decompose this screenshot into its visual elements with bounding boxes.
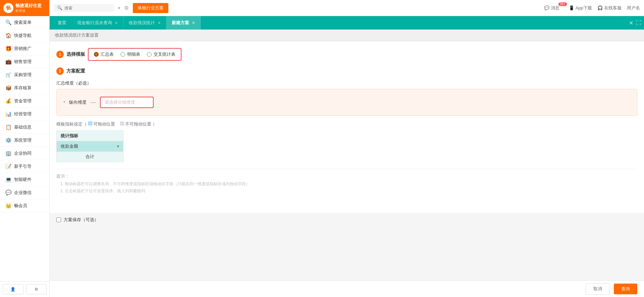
step2-header: 2 方案配置	[56, 67, 637, 75]
sidebar-item-guide[interactable]: 📝 新手引导	[0, 160, 49, 173]
step1-badge: 1	[56, 51, 64, 58]
app-icon: 📱	[569, 5, 574, 10]
sidebar-item-hardware[interactable]: 💻 智能硬件	[0, 173, 49, 186]
industry-btn[interactable]: 体验行业方案	[133, 3, 168, 13]
sidebar-item-quick-nav[interactable]: 🏠 快捷导航	[0, 29, 49, 42]
message-btn[interactable]: 💬 消息 99+	[544, 5, 564, 11]
radio-detail-input[interactable]	[120, 52, 125, 57]
tab-label: 新建方案	[172, 20, 189, 26]
support-icon: 🎧	[597, 5, 603, 10]
arrow-icon: —	[91, 99, 96, 105]
gear-icon[interactable]: ⚙	[124, 5, 129, 11]
tips-title: 提示：	[56, 173, 637, 179]
sidebar-item-member[interactable]: 👑 畅会员	[0, 199, 49, 212]
tab-receipt-stat[interactable]: 收款情况统计 ✕	[123, 16, 166, 30]
sidebar-item-sales[interactable]: 💼 销售管理	[0, 55, 49, 68]
indicator-table-total-row: 合计	[57, 152, 123, 162]
page-body: 1 选择模板 汇总表 明细表 交叉统计表	[50, 41, 644, 213]
tab-label: 收款情况统计	[129, 20, 155, 26]
wechat-icon: 💬	[5, 190, 11, 196]
cart-icon: 🛒	[5, 72, 11, 78]
query-button[interactable]: 查询	[614, 284, 637, 294]
tab-label: 现金银行流水查询	[77, 20, 112, 26]
radio-cross-label: 交叉统计表	[154, 51, 175, 57]
logo-text-wrap: 畅捷通好生意 标准版	[15, 3, 42, 13]
search-input[interactable]	[64, 6, 108, 10]
online-support-label: 在线客服	[604, 5, 622, 11]
search-box[interactable]: 🔍	[54, 4, 114, 12]
sidebar-item-label: 资金管理	[14, 98, 32, 104]
radio-summary[interactable]: 汇总表	[94, 51, 114, 57]
radio-summary-label: 汇总表	[101, 51, 114, 57]
gift-icon: 🎁	[5, 46, 11, 52]
close-icon[interactable]: ✕	[115, 21, 118, 25]
box-icon: 📦	[5, 85, 11, 91]
page-header-title: 收款情况统计方案设置	[55, 33, 99, 38]
sidebar-item-finance[interactable]: 💰 资金管理	[0, 95, 49, 108]
tab-cash-flow[interactable]: 现金银行流水查询 ✕	[72, 16, 123, 30]
building-icon: 🏢	[5, 150, 11, 156]
step2-title: 方案配置	[66, 68, 85, 74]
tab-window-actions: ✕ ⛶	[629, 20, 641, 26]
step2-badge: 2	[56, 67, 64, 75]
online-support-btn[interactable]: 🎧 在线客服	[597, 5, 622, 11]
hardware-icon: 💻	[5, 177, 11, 183]
sidebar-item-base-info[interactable]: 📋 基础信息	[0, 121, 49, 134]
search-icon: 🔍	[5, 19, 11, 26]
topbar-right: 💬 消息 99+ 📱 App下载 🎧 在线客服 用户名	[544, 5, 640, 11]
sidebar-item-label: 采购管理	[14, 72, 32, 78]
sidebar-item-purchase[interactable]: 🛒 采购管理	[0, 68, 49, 82]
save-label: 方案保存（可选）	[64, 217, 99, 223]
topbar: 🔍 ▾ ⚙ 体验行业方案 💬 消息 99+ 📱 App下载 🎧 在线客服 用户名	[50, 0, 644, 16]
sidebar-item-enterprise[interactable]: 🏢 企业协同	[0, 147, 49, 160]
main-area: 🔍 ▾ ⚙ 体验行业方案 💬 消息 99+ 📱 App下载 🎧 在线客服 用户名…	[50, 0, 644, 297]
sidebar-user-btn[interactable]: 👤	[3, 284, 23, 294]
chevron-down-icon[interactable]: ▾	[118, 6, 120, 10]
sidebar-item-wechat[interactable]: 💬 企业微信	[0, 186, 49, 199]
tab-new-plan[interactable]: 新建方案 ✕	[166, 16, 201, 30]
app-download-btn[interactable]: 📱 App下载	[569, 5, 592, 11]
indicator-cell-amount[interactable]: 收款金额 ▾	[57, 141, 123, 152]
dim-select[interactable]: 请选择分组维度	[100, 97, 154, 108]
radio-summary-input[interactable]	[94, 52, 99, 57]
app-download-label: App下载	[576, 5, 592, 11]
sidebar-item-label: 企业微信	[14, 190, 32, 196]
sidebar-item-search[interactable]: 🔍 搜索菜单	[0, 16, 49, 29]
sidebar-settings-btn[interactable]: ⚙	[26, 284, 47, 294]
close-icon[interactable]: ✕	[192, 21, 195, 25]
draggable-legend-label: 可拖动位置	[93, 121, 115, 127]
radio-detail[interactable]: 明细表	[120, 51, 140, 57]
indicator-table: 统计指标 收款金额 ▾ 合计	[56, 131, 123, 162]
content-area: 收款情况统计方案设置 1 选择模板 汇总表 明细表	[50, 30, 644, 297]
sidebar-item-label: 快捷导航	[14, 33, 32, 39]
radio-cross[interactable]: 交叉统计表	[147, 51, 175, 57]
maximize-icon[interactable]: ⛶	[636, 20, 641, 26]
dim-label: 汇总维度（必选）	[56, 80, 637, 86]
sidebar-item-label: 经营管理	[14, 111, 32, 117]
indicator-total-label: 合计	[61, 154, 119, 160]
sidebar: 畅 畅捷通好生意 标准版 🔍 搜索菜单 🏠 快捷导航 🎁 营销推广 💼 销售管理…	[0, 0, 50, 297]
close-icon[interactable]: ✕	[158, 21, 161, 25]
search-icon: 🔍	[57, 5, 62, 10]
page-header: 收款情况统计方案设置	[50, 30, 644, 41]
sidebar-item-label: 营销推广	[14, 46, 32, 52]
briefcase-icon: 💼	[5, 59, 11, 65]
sidebar-item-label: 企业协同	[14, 150, 32, 156]
guide-icon: 📝	[5, 163, 11, 169]
sidebar-item-label: 智能硬件	[14, 177, 32, 183]
vertical-dim-label: 纵向维度	[69, 99, 87, 105]
user-info[interactable]: 用户名	[627, 5, 640, 11]
save-checkbox[interactable]	[56, 217, 61, 222]
sidebar-item-label: 新手引导	[14, 163, 32, 169]
sidebar-item-marketing[interactable]: 🎁 营销推广	[0, 42, 49, 55]
indicator-section: 模板指标设定（ 可拖动位置 不可拖动位置 ） 统计指标 收款金额	[56, 121, 637, 162]
close-window-icon[interactable]: ✕	[629, 20, 633, 26]
indicator-title-text: 模板指标设定（	[56, 121, 87, 127]
sidebar-item-inventory[interactable]: 📦 库存核算	[0, 82, 49, 95]
logo-title: 畅捷通好生意	[15, 3, 42, 8]
cancel-button[interactable]: 取消	[586, 283, 610, 295]
tab-home[interactable]: 首页	[52, 16, 72, 30]
radio-cross-input[interactable]	[147, 52, 152, 57]
sidebar-item-system[interactable]: ⚙️ 系统管理	[0, 134, 49, 147]
sidebar-item-operations[interactable]: 📊 经营管理	[0, 108, 49, 121]
